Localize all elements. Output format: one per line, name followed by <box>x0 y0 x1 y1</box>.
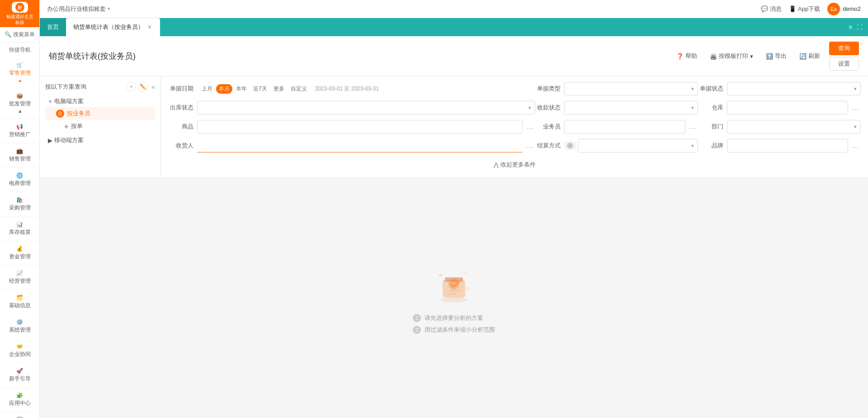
inventory-label: 库存核算 <box>2 228 38 236</box>
logo-area[interactable]: 好 畅捷通好生意标版 <box>0 0 39 27</box>
sidebar-item-operation[interactable]: 📈 经营管理 <box>0 266 39 290</box>
page-header: 销货单统计表(按业务员) ❓ 帮助 🖨️ 按模板打印 ▾ ⬆️ 导出 🔄 刷 <box>40 36 868 76</box>
template-print-btn[interactable]: 🖨️ 按模板打印 ▾ <box>706 50 757 62</box>
payment-tag-close[interactable]: × <box>567 142 573 149</box>
operation-icon: 📈 <box>16 270 23 276</box>
print-dropdown-arrow: ▾ <box>750 53 753 60</box>
sidebar-item-inventory[interactable]: 📊 库存核算 <box>0 217 39 241</box>
collapse-more-btn[interactable]: ⋀ 收起更多条件 <box>168 158 861 171</box>
receipt-status-label: 收款状态 <box>535 104 561 112</box>
dept-label: 部门 <box>698 123 723 131</box>
goods-label: 商品 <box>168 123 193 131</box>
sidebar-item-marketing[interactable]: 📢 营销推广 <box>0 119 39 143</box>
sidebar: 好 畅捷通好生意标版 🔍 搜索菜单 快捷导航 🛒 零售管理 ▲ 📦 批发管理 ▲… <box>0 0 40 418</box>
export-label: 导出 <box>775 52 787 60</box>
sidebar-item-enterprise[interactable]: 🤝 企业协同 <box>0 339 39 363</box>
sidebar-item-retail[interactable]: 🛒 零售管理 ▲ <box>0 57 39 88</box>
goods-dots[interactable]: … <box>524 123 535 131</box>
step-1-text: 请先选择要分析的方案 <box>425 314 483 322</box>
empty-state-illustration <box>431 261 476 307</box>
sub-item-by-order[interactable]: ◈ 按单 <box>45 120 155 133</box>
date-tab-custom[interactable]: 自定义 <box>288 84 310 94</box>
scheme-group-mobile-header[interactable]: ▶ 移动端方案 <box>45 134 155 146</box>
empty-state: 1 请先选择要分析的方案 2 用过滤条件来缩小分析范围 <box>413 261 495 334</box>
doc-status-select[interactable]: ▾ <box>727 82 861 95</box>
sidebar-item-ecommerce[interactable]: 🌐 电商管理 <box>0 168 39 192</box>
refresh-btn[interactable]: 🔄 刷新 <box>796 50 824 62</box>
sidebar-search-item[interactable]: 🔍 搜索菜单 <box>0 27 39 43</box>
system-icon: ⚙️ <box>16 319 23 325</box>
salesman-label: 业务员 <box>535 123 561 131</box>
quick-nav-item[interactable]: 快捷导航 <box>0 43 39 57</box>
warehouse-input[interactable] <box>727 101 848 114</box>
sidebar-item-system[interactable]: ⚙️ 系统管理 <box>0 314 39 339</box>
scheme-group-mobile: ▶ 移动端方案 <box>45 134 155 146</box>
date-tab-7days[interactable]: 近7天 <box>250 84 270 94</box>
filter-warehouse-field: 仓库 … <box>698 101 861 114</box>
tab-sales-stats[interactable]: 销货单统计表（按业务员） ✕ <box>66 18 160 36</box>
date-tab-more[interactable]: 更多 <box>271 84 287 94</box>
salesman-input-area: … <box>564 120 698 133</box>
brand-dots[interactable]: … <box>850 142 861 150</box>
topbar-user-area[interactable]: Ea demo2 <box>827 3 861 15</box>
collapse-panel-btn[interactable]: « <box>151 83 155 90</box>
tab-home[interactable]: 首页 <box>40 18 66 36</box>
dept-arrow: ▾ <box>854 124 857 130</box>
tab-close-icon[interactable]: ✕ <box>146 24 153 30</box>
payment-method-select[interactable]: ▾ <box>578 139 698 152</box>
finance-icon: 💰 <box>16 246 23 252</box>
tab-maximize-icon[interactable]: ⛶ <box>857 24 863 31</box>
doc-type-select[interactable]: ▾ <box>564 82 698 95</box>
scheme-group-desktop-header[interactable]: ▼ 电脑端方案 <box>45 95 155 107</box>
marketing-label: 营销推广 <box>2 131 38 138</box>
query-btn[interactable]: 查询 <box>829 42 859 55</box>
date-tab-last-month[interactable]: 上月 <box>199 84 215 94</box>
filter-row-2: 出库状态 ▾ 收款状态 ▾ 仓库 <box>168 101 861 114</box>
topbar-app-btn[interactable]: 📱 App下载 <box>789 5 820 13</box>
export-btn[interactable]: ⬆️ 导出 <box>762 50 790 62</box>
sales-label: 销售管理 <box>2 155 38 163</box>
receiver-input[interactable] <box>197 139 523 152</box>
settings-btn[interactable]: 设置 <box>829 57 859 71</box>
help-btn[interactable]: ❓ 帮助 <box>673 50 701 62</box>
filter-dept-field: 部门 ▾ <box>698 120 861 133</box>
salesman-dots[interactable]: … <box>687 123 698 131</box>
edit-scheme-btn[interactable]: ✏️ <box>138 82 148 92</box>
warehouse-dots[interactable]: … <box>850 104 861 112</box>
sidebar-item-apps[interactable]: 🧩 应用中心 <box>0 388 39 412</box>
home-tab-label: 首页 <box>47 23 59 31</box>
add-scheme-btn[interactable]: + <box>126 82 136 92</box>
salesman-input[interactable] <box>564 120 685 133</box>
step-2-number: 2 <box>413 326 421 334</box>
scheme-item-by-salesman[interactable]: 业 按业务员 <box>45 107 155 120</box>
sidebar-item-wholesale[interactable]: 📦 批发管理 ▲ <box>0 88 39 119</box>
receipt-status-select[interactable]: ▾ <box>564 101 698 114</box>
doc-status-arrow: ▾ <box>854 86 857 92</box>
ecommerce-icon: 🌐 <box>16 172 23 179</box>
mobile-group-label: 移动端方案 <box>54 136 84 144</box>
dept-select[interactable]: ▾ <box>727 120 861 133</box>
goods-input[interactable] <box>197 120 523 133</box>
brand-label: 品牌 <box>698 142 723 150</box>
print-icon: 🖨️ <box>710 53 717 60</box>
sidebar-item-purchase[interactable]: 🛍️ 采购管理 <box>0 192 39 217</box>
receiver-dots[interactable]: … <box>524 142 535 150</box>
date-tab-this-year[interactable]: 本年 <box>233 84 250 94</box>
dropdown-arrow-icon: ▾ <box>108 6 110 12</box>
topbar-message-btn[interactable]: 💬 消息 <box>761 5 782 13</box>
sidebar-item-sales[interactable]: 💼 销售管理 <box>0 143 39 168</box>
date-tab-this-month[interactable]: 本月 <box>216 84 232 94</box>
username-label: demo2 <box>843 5 861 12</box>
doc-type-arrow: ▾ <box>691 86 694 92</box>
help-label: 帮助 <box>685 52 697 60</box>
brand-input[interactable] <box>727 139 848 152</box>
out-status-select[interactable]: ▾ <box>197 101 535 114</box>
sidebar-item-beginner[interactable]: 🚀 新手引导 <box>0 363 39 388</box>
tab-close-window-icon[interactable]: ✕ <box>848 24 853 31</box>
enterprise-icon: 🤝 <box>16 343 23 350</box>
sidebar-item-basic[interactable]: 🗂️ 基础信息 <box>0 290 39 314</box>
message-label: 消息 <box>770 5 782 13</box>
topbar-title[interactable]: 办公用品行业模拟账套 ▾ <box>47 5 110 13</box>
sidebar-item-wechat[interactable]: 💬 企业微信 <box>0 412 39 418</box>
sidebar-item-finance[interactable]: 💰 资金管理 <box>0 241 39 266</box>
